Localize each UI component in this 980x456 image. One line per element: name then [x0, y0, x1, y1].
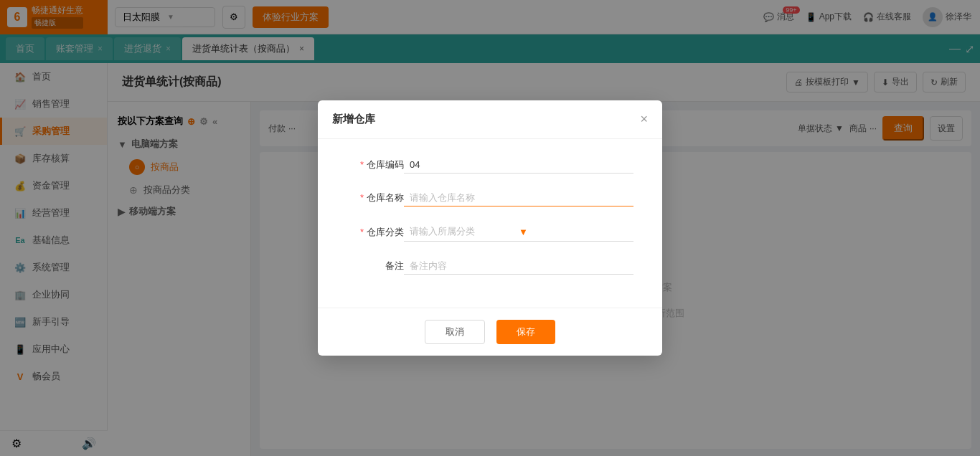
warehouse-code-input[interactable]: [404, 156, 633, 174]
save-button[interactable]: 保存: [496, 320, 555, 344]
category-label: *仓库分类: [347, 226, 404, 239]
remark-label: 备注: [347, 260, 404, 272]
modal-header: 新增仓库 ×: [318, 100, 662, 139]
modal-title: 新增仓库: [332, 113, 640, 126]
category-placeholder: 请输入所属分类: [410, 225, 519, 238]
new-warehouse-modal: 新增仓库 × *仓库编码 *仓库名称 *仓库分类: [318, 100, 662, 356]
code-label: *仓库编码: [347, 158, 404, 171]
form-row-name: *仓库名称: [347, 189, 633, 206]
warehouse-name-input[interactable]: [404, 189, 633, 206]
form-row-code: *仓库编码: [347, 156, 633, 174]
name-label: *仓库名称: [347, 191, 404, 204]
modal-close-icon[interactable]: ×: [640, 112, 648, 127]
form-row-category: *仓库分类 请输入所属分类 ▼: [347, 222, 633, 242]
modal-body: *仓库编码 *仓库名称 *仓库分类 请输入所属分类 ▼: [318, 139, 662, 308]
category-chevron-icon: ▼: [519, 227, 628, 237]
form-row-remark: 备注: [347, 257, 633, 275]
remark-input[interactable]: [404, 257, 633, 275]
warehouse-category-select[interactable]: 请输入所属分类 ▼: [404, 222, 633, 242]
cancel-button[interactable]: 取消: [425, 320, 485, 344]
modal-overlay: 新增仓库 × *仓库编码 *仓库名称 *仓库分类: [0, 0, 980, 456]
modal-footer: 取消 保存: [318, 308, 662, 356]
